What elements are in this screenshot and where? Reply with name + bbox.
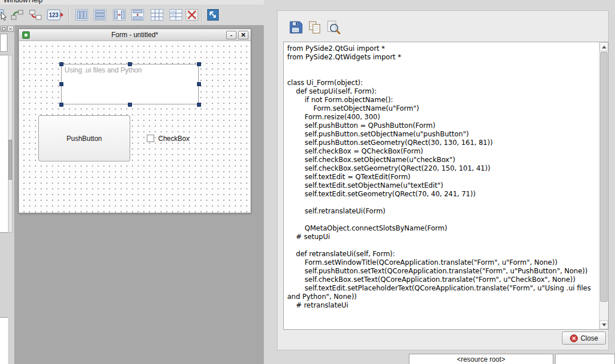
edit-buddies-icon[interactable] (29, 8, 42, 22)
adjust-size-icon[interactable] (206, 8, 220, 22)
layout-horizontal-icon[interactable] (75, 8, 89, 22)
menu-help[interactable]: Help (29, 0, 43, 4)
selection-handle-top-left[interactable] (59, 62, 63, 66)
menubar: Window Help (0, 0, 264, 5)
dock-float-button[interactable] (1, 26, 7, 32)
selection-handle-bottom-left[interactable] (59, 103, 63, 107)
selection-handle-bottom[interactable] (128, 103, 132, 107)
svg-text:123: 123 (49, 12, 59, 18)
form-editor-window: Form - untitled* - ✕ Using .ui files and… (18, 29, 251, 213)
selection-handle-top[interactable] (128, 62, 132, 66)
close-dialog-button[interactable]: Close (562, 331, 606, 345)
toolbar-separator (69, 7, 70, 22)
selection-handle-left[interactable] (59, 82, 63, 86)
form-canvas[interactable]: Using .ui files and Python PushButton Ch… (19, 41, 250, 212)
scroll-down-button[interactable] (600, 320, 608, 329)
dock-filter-field[interactable] (0, 34, 7, 52)
pushbutton-label: PushButton (66, 135, 102, 143)
layout-grid-icon[interactable] (150, 8, 164, 22)
dock-scrollbar[interactable] (8, 55, 13, 233)
close-red-icon (570, 334, 578, 342)
checkbox-indicator[interactable] (147, 135, 154, 142)
edit-widgets-icon[interactable] (0, 8, 9, 22)
break-layout-icon[interactable] (185, 8, 199, 22)
copy-icon[interactable] (307, 20, 322, 35)
find-icon[interactable] (326, 20, 341, 35)
code-preview-dialog: from PySide2.QtGui import * from PySide2… (277, 10, 609, 350)
menu-window[interactable]: Window (3, 0, 28, 4)
selection-handle-bottom-right[interactable] (197, 103, 201, 107)
scroll-up-button[interactable] (600, 42, 608, 51)
layout-splitter-horizontal-icon[interactable] (112, 8, 126, 22)
resource-side-list[interactable] (555, 354, 615, 364)
edit-tab-order-icon[interactable]: 123 (47, 8, 64, 22)
selection-handle-top-right[interactable] (197, 62, 201, 66)
layout-form-icon[interactable] (169, 8, 183, 22)
close-button[interactable]: ✕ (238, 31, 248, 39)
layout-vertical-icon[interactable] (93, 8, 107, 22)
qt-designer-window: Window Help 123 (0, 0, 615, 364)
resource-root-list[interactable]: <resource root> (409, 354, 553, 364)
resource-root-label: <resource root> (457, 355, 505, 364)
textedit-widget[interactable]: Using .ui files and Python (61, 64, 199, 104)
up-arrow-icon (602, 46, 606, 48)
form-window-title: Form - untitled* (19, 31, 251, 39)
generated-code[interactable]: from PySide2.QtGui import * from PySide2… (284, 42, 599, 329)
code-scrollbar-thumb[interactable] (600, 52, 608, 302)
textedit-placeholder: Using .ui files and Python (65, 66, 142, 74)
form-window-titlebar[interactable]: Form - untitled* - ✕ (19, 29, 251, 41)
left-dock-panel (0, 25, 14, 364)
selection-handle-right[interactable] (197, 82, 201, 86)
dock-scrollbar-thumb[interactable] (9, 140, 12, 180)
down-arrow-icon (602, 323, 606, 326)
dock-close-button[interactable] (7, 26, 14, 32)
minimize-button[interactable]: - (226, 31, 236, 39)
save-icon[interactable] (288, 20, 303, 35)
layout-splitter-vertical-icon[interactable] (131, 8, 144, 22)
checkbox-label: CheckBox (158, 135, 190, 143)
edit-signals-slots-icon[interactable] (10, 8, 24, 22)
pushbutton-widget[interactable]: PushButton (38, 115, 130, 161)
code-scrollbar[interactable] (599, 42, 608, 329)
dock-list-panel (0, 55, 8, 233)
close-dialog-label: Close (581, 334, 598, 342)
code-view[interactable]: from PySide2.QtGui import * from PySide2… (283, 42, 609, 330)
dock-bottom-panel (0, 317, 8, 364)
checkbox-widget[interactable]: CheckBox (147, 127, 204, 150)
toolbar-separator (202, 7, 203, 22)
